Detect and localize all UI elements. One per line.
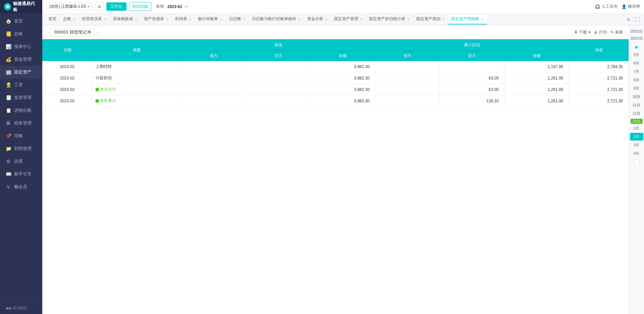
tab-固定资产明细账[interactable]: 固定资产明细账× bbox=[448, 14, 487, 24]
tab-close-6[interactable]: × bbox=[220, 17, 222, 21]
sidebar-label-6: 发票管理 bbox=[14, 95, 32, 101]
sidebar-item-总账[interactable]: 📒总账 bbox=[0, 28, 42, 40]
sidebar-footer-pin[interactable]: ◀◀ 取消固定 bbox=[0, 302, 42, 314]
cell-description: 计提折旧 bbox=[92, 72, 181, 84]
tab-经营状况表[interactable]: 经营状况表× bbox=[78, 14, 109, 24]
breadcrumb-forward-icon[interactable]: › bbox=[97, 30, 98, 35]
user-name: 徐泾华 bbox=[628, 4, 640, 9]
tab-label-9: 资金分析 bbox=[307, 16, 323, 22]
maximize-button[interactable]: ⛶ bbox=[634, 16, 641, 23]
tab-label-10: 固定资产管理 bbox=[334, 16, 358, 22]
tab-close-3[interactable]: × bbox=[135, 17, 137, 21]
footer-label: 取消固定 bbox=[13, 306, 28, 311]
sidebar-item-固定资产[interactable]: 🏢固定资产 bbox=[0, 66, 42, 78]
tab-固定资产管理[interactable]: 固定资产管理× bbox=[331, 14, 366, 24]
sidebar-item-结账[interactable]: 📌结账 bbox=[0, 129, 42, 142]
tab-close-10[interactable]: × bbox=[360, 17, 362, 21]
close-all-tabs-button[interactable]: ✕ bbox=[625, 16, 632, 23]
right-panel-month-8月[interactable]: 8月 bbox=[630, 76, 643, 84]
pin-icon: ◀◀ bbox=[5, 306, 11, 310]
tab-close-8[interactable]: × bbox=[298, 17, 300, 21]
tab-label-12: 固定资产类别 bbox=[416, 16, 440, 22]
sidebar-item-税务管理[interactable]: 🏛税务管理 bbox=[0, 117, 42, 129]
sidebar-icon-4: 🏢 bbox=[5, 69, 11, 75]
tab-close-7[interactable]: × bbox=[243, 17, 245, 21]
sidebar-item-发票管理[interactable]: 🧾发票管理 bbox=[0, 91, 42, 104]
tab-close-13[interactable]: × bbox=[481, 17, 483, 21]
tab-总账[interactable]: 总账× bbox=[60, 14, 78, 24]
right-panel-month-1月[interactable]: 1月 bbox=[630, 124, 643, 132]
panel-up-icon[interactable]: ▲ bbox=[634, 44, 639, 50]
workbench-button[interactable]: 工作台 bbox=[106, 2, 126, 11]
switch-version-button[interactable]: 切到旧版 bbox=[129, 2, 151, 11]
right-panel-scroll-dot[interactable] bbox=[634, 159, 640, 165]
tab-银行对账单[interactable]: 银行对账单× bbox=[195, 14, 225, 24]
right-panel-month-3月[interactable]: 3月 bbox=[630, 141, 643, 149]
cell-orig-debit bbox=[181, 95, 246, 107]
print-label: 打印 bbox=[599, 30, 607, 35]
sidebar-item-进销台账[interactable]: 📋进销台账 bbox=[0, 104, 42, 117]
period-edit-icon[interactable]: ✏ bbox=[185, 4, 188, 9]
copy-button[interactable]: ⧉ bbox=[95, 2, 104, 11]
sidebar-icon-0: 🏠 bbox=[5, 18, 11, 24]
right-panel-month-2月[interactable]: 2月 bbox=[630, 133, 643, 141]
download-button[interactable]: ⬇ 下载 ▾ bbox=[574, 30, 590, 35]
sidebar-item-设置[interactable]: ⚙设置 bbox=[0, 155, 42, 168]
tab-利润表[interactable]: 利润表× bbox=[172, 14, 195, 24]
cell-dep-balance: 1,197.95 bbox=[504, 61, 569, 72]
print-button[interactable]: 🖨 打印 bbox=[594, 30, 607, 35]
tab-close-12[interactable]: × bbox=[442, 17, 444, 21]
sidebar-icon-2: 📊 bbox=[5, 44, 11, 49]
tab-固定资产折旧统计表[interactable]: 固定资产折旧统计表× bbox=[366, 14, 413, 24]
sidebar-label-2: 报表中心 bbox=[14, 44, 32, 50]
sidebar-item-新手引导[interactable]: 📖新手引导 bbox=[0, 168, 42, 180]
tab-close-1[interactable]: × bbox=[73, 17, 75, 21]
cell-dep-credit: 63.05 bbox=[440, 84, 504, 95]
breadcrumb-item[interactable]: 000001 联想笔记本 bbox=[50, 28, 95, 36]
tab-固定资产类别[interactable]: 固定资产类别× bbox=[413, 14, 448, 24]
cell-orig-credit bbox=[246, 61, 310, 72]
tab-日记账[interactable]: 日记账× bbox=[226, 14, 249, 24]
right-panel-month-12月[interactable]: 12月 bbox=[630, 110, 643, 117]
sidebar-icon-7: 📋 bbox=[5, 108, 11, 113]
content-main: ‹ 000001 联想笔记本 › ⬇ 下载 ▾ 🖨 打印 ↻ 刷新 bbox=[42, 25, 629, 314]
right-panel: 2023.02 2023.02 ▲ 5月6月7月8月9月10月11月12月202… bbox=[629, 25, 644, 314]
tab-label-11: 固定资产折旧统计表 bbox=[369, 16, 405, 22]
sidebar-label-3: 资金管理 bbox=[14, 56, 32, 62]
tab-close-4[interactable]: × bbox=[166, 17, 168, 21]
sidebar-item-畅会员[interactable]: V畅会员 bbox=[0, 180, 42, 193]
tab-close-5[interactable]: × bbox=[189, 17, 191, 21]
tab-资金分析[interactable]: 资金分析× bbox=[304, 14, 331, 24]
company-selector[interactable]: (劝告) 江西服壶-LSS ▾ bbox=[46, 3, 92, 10]
sidebar-icon-13: V bbox=[5, 184, 11, 190]
tab-close-2[interactable]: × bbox=[104, 17, 106, 21]
sidebar-item-归档管理[interactable]: 📁归档管理 bbox=[0, 142, 42, 155]
download-icon: ⬇ bbox=[574, 30, 578, 35]
right-panel-month-7月[interactable]: 7月 bbox=[630, 68, 643, 75]
tab-日记账与银行对账单核对[interactable]: 日记账与银行对账单核对× bbox=[249, 14, 304, 24]
right-panel-month-4月[interactable]: 4月 bbox=[630, 150, 643, 157]
sidebar-item-资金管理[interactable]: 💰资金管理 bbox=[0, 53, 42, 66]
tab-close-11[interactable]: × bbox=[407, 17, 409, 21]
user-menu[interactable]: 👤 徐泾华 bbox=[622, 4, 640, 9]
table-row: 2023-02 本月合计 3,982.30 63.05 1,261.00 2,7… bbox=[43, 84, 629, 95]
tab-close-9[interactable]: × bbox=[325, 17, 327, 21]
sidebar-item-首页[interactable]: 🏠首页 bbox=[0, 15, 42, 28]
right-panel-month-10月[interactable]: 10月 bbox=[630, 93, 643, 101]
tab-首页[interactable]: 首页 bbox=[45, 14, 60, 24]
tab-资产负债表[interactable]: 资产负债表× bbox=[141, 14, 171, 24]
sidebar-icon-5: 👷 bbox=[5, 82, 11, 88]
breadcrumb-back-icon[interactable]: ‹ bbox=[48, 30, 49, 35]
service-button[interactable]: 🎧 人工咨询 bbox=[595, 4, 618, 9]
cell-dep-credit: 126.10 bbox=[440, 95, 504, 107]
tab-应收账龄表[interactable]: 应收账龄表× bbox=[110, 14, 141, 24]
sidebar-item-工资[interactable]: 👷工资 bbox=[0, 78, 42, 91]
right-panel-month-11月[interactable]: 11月 bbox=[630, 101, 643, 109]
sidebar-item-报表中心[interactable]: 📊报表中心 bbox=[0, 40, 42, 53]
right-panel-month-6月[interactable]: 6月 bbox=[630, 59, 643, 67]
tab-label-4: 资产负债表 bbox=[144, 16, 164, 22]
refresh-button[interactable]: ↻ 刷新 bbox=[610, 30, 623, 35]
right-panel-month-5月[interactable]: 5月 bbox=[630, 51, 643, 59]
right-panel-month-9月[interactable]: 9月 bbox=[630, 85, 643, 92]
asset-detail-table: 日期 摘要 原值 累计折旧 净值 借方 贷方 余额 借方 贷方 余额 bbox=[42, 39, 629, 107]
